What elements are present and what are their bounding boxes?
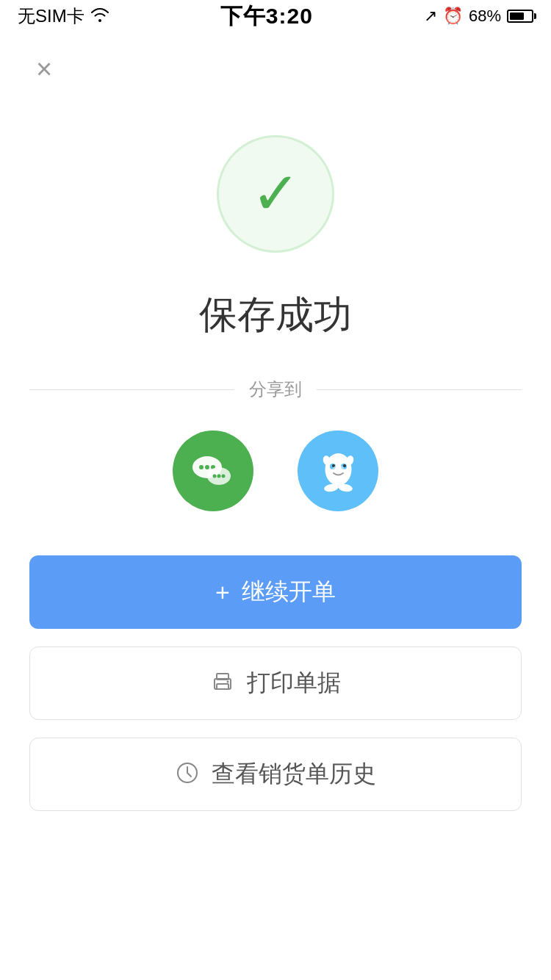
action-buttons: + 继续开单 打印单据 查看销货单历史 xyxy=(29,555,522,811)
print-button[interactable]: 打印单据 xyxy=(29,646,522,720)
divider-line-right xyxy=(317,389,522,390)
share-icons xyxy=(173,430,378,511)
wechat-logo-icon xyxy=(190,447,237,495)
svg-point-6 xyxy=(217,474,220,478)
plus-icon: + xyxy=(215,580,230,605)
share-divider: 分享到 xyxy=(29,378,522,401)
close-button[interactable]: × xyxy=(22,47,66,91)
checkmark-icon: ✓ xyxy=(251,165,300,223)
location-icon: ↗ xyxy=(424,7,437,26)
svg-point-21 xyxy=(227,680,229,682)
close-icon: × xyxy=(36,55,52,83)
divider-line-left xyxy=(29,389,234,390)
success-circle: ✓ xyxy=(217,135,334,253)
alarm-icon: ⏰ xyxy=(443,7,463,26)
svg-point-17 xyxy=(331,465,345,483)
svg-rect-20 xyxy=(217,684,228,689)
clock-icon xyxy=(175,760,200,789)
wechat-share-button[interactable] xyxy=(173,430,253,511)
wifi-icon xyxy=(90,6,109,26)
battery-icon xyxy=(507,10,533,23)
print-label: 打印单据 xyxy=(247,667,341,699)
sim-text: 无SIM卡 xyxy=(18,4,84,28)
qq-logo-icon xyxy=(318,447,359,495)
status-bar: 无SIM卡 下午3:20 ↗ ⏰ 68% xyxy=(0,0,551,32)
qq-share-button[interactable] xyxy=(298,430,378,511)
svg-point-12 xyxy=(343,464,346,467)
continue-button[interactable]: + 继续开单 xyxy=(29,555,522,629)
continue-label: 继续开单 xyxy=(242,576,336,608)
status-time: 下午3:20 xyxy=(220,1,313,32)
main-content: ✓ 保存成功 分享到 xyxy=(0,106,551,980)
svg-point-7 xyxy=(221,474,225,478)
svg-point-5 xyxy=(212,474,216,478)
battery-percent: 68% xyxy=(469,7,501,26)
success-title: 保存成功 xyxy=(199,289,352,341)
status-right: ↗ ⏰ 68% xyxy=(424,7,533,26)
share-label: 分享到 xyxy=(249,378,302,401)
history-button[interactable]: 查看销货单历史 xyxy=(29,738,522,811)
svg-point-2 xyxy=(205,465,209,469)
history-label: 查看销货单历史 xyxy=(212,758,376,790)
status-left: 无SIM卡 xyxy=(18,4,109,28)
success-icon-wrapper: ✓ xyxy=(217,135,334,253)
printer-icon xyxy=(210,669,235,698)
svg-point-1 xyxy=(199,465,204,469)
